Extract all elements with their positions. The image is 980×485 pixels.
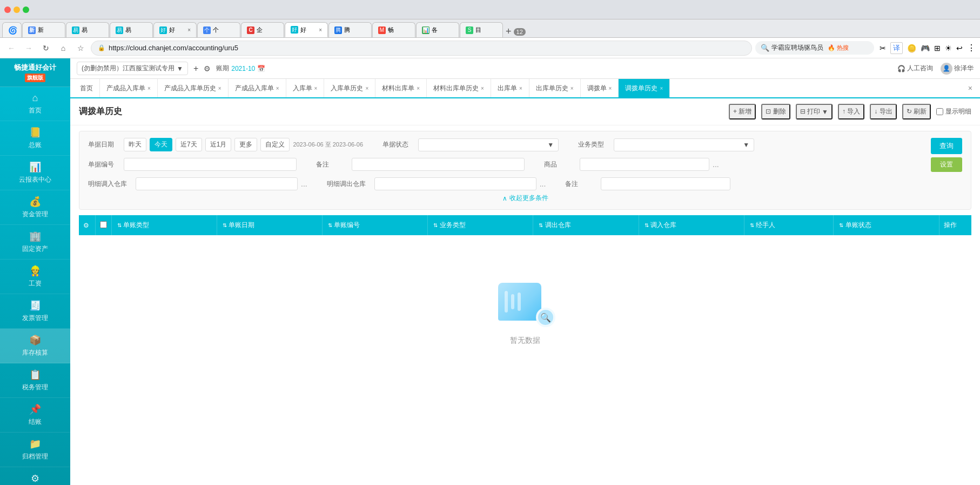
remark2-input[interactable] [601,177,730,190]
forward-btn[interactable]: → [22,41,36,55]
tab-out-close[interactable]: × [519,85,522,91]
tab-product-in-close[interactable]: × [147,85,151,91]
cut-icon[interactable]: ✂ [880,44,886,52]
browser-tab-10[interactable]: S 目 [460,22,503,37]
browser-tab-4[interactable]: 好 好 × [153,22,197,37]
service-link[interactable]: 🎧 人工咨询 [897,64,933,73]
tab-material-out-close[interactable]: × [417,85,420,91]
doc-no-input[interactable] [124,158,297,171]
company-selector[interactable]: (勿删勿禁用）江西服宝测试专用 ▼ [77,62,188,75]
tab-product-in-hist[interactable]: 产成品入库单历史 × [158,79,229,97]
tab-material-out-hist[interactable]: 材料出库单历史 × [427,79,491,97]
sidebar-item-archive[interactable]: 📁 归档管理 [0,433,70,467]
detail-out-input[interactable] [374,177,536,190]
th-doc-no[interactable]: ⇅ 单账编号 [322,215,427,235]
query-btn[interactable]: 查询 [931,138,962,154]
sidebar-item-inventory[interactable]: 📦 库存核算 [0,329,70,363]
th-gear[interactable]: ⚙ [79,215,95,235]
sidebar-item-finance[interactable]: 💰 资金管理 [0,190,70,225]
calendar-icon[interactable]: 📅 [257,65,265,72]
sidebar-item-reports[interactable]: 📊 云报表中心 [0,156,70,190]
tab-transfer[interactable]: 调拨单 × [581,79,619,97]
tab-in-close[interactable]: × [314,85,318,91]
th-business-type[interactable]: ⇅ 业务类型 [428,215,533,235]
detail-in-input[interactable] [136,177,298,190]
back-btn[interactable]: ← [4,41,18,55]
add-company-btn[interactable]: + [193,64,198,74]
settings-btn-icon[interactable]: ⚙ [204,64,211,73]
tab-material-out[interactable]: 材料出库单 × [375,79,427,97]
detail-out-dots[interactable]: ... [540,180,546,188]
select-all-checkbox[interactable] [100,221,107,228]
home-btn[interactable]: ⌂ [56,41,70,55]
th-handler[interactable]: ⇅ 经手人 [744,215,833,235]
tab-out-hist[interactable]: 出库单历史 × [529,79,581,97]
menu-icon[interactable]: ⋮ [967,43,976,53]
new-tab-btn[interactable]: + [506,26,512,37]
date-btn-yesterday[interactable]: 昨天 [124,138,146,151]
import-btn[interactable]: ↑ 导入 [838,104,864,119]
tab-product-in-2[interactable]: 产成品入库单 × [229,79,286,97]
refresh-btn[interactable]: ↻ 刷新 [902,104,931,119]
gamepad-icon[interactable]: 🎮 [921,44,930,52]
tab-product-in[interactable]: 产成品入库单 × [100,79,158,97]
sidebar-item-assets[interactable]: 🏢 固定资产 [0,225,70,260]
goods-dots[interactable]: ... [713,160,719,169]
tab-home[interactable]: 首页 [73,79,100,97]
browser-tab-5[interactable]: 个 个 [197,22,240,37]
status-select[interactable]: ▼ [418,138,559,151]
browser-tab-8[interactable]: M 畅 [372,22,415,37]
business-type-select[interactable]: ▼ [614,138,754,151]
date-btn-1month[interactable]: 近1月 [205,138,232,151]
sidebar-item-invoice[interactable]: 🧾 发票管理 [0,294,70,329]
period-value[interactable]: 2021-10 [231,65,255,72]
tab-product-in-hist-close[interactable]: × [218,85,221,91]
th-status[interactable]: ⇅ 单账状态 [834,215,939,235]
tab-bar-close[interactable]: × [964,84,977,92]
sidebar-item-tax[interactable]: 📋 税务管理 [0,363,70,398]
date-btn-7days[interactable]: 近7天 [176,138,202,151]
tab-product-in-2-close[interactable]: × [276,85,279,91]
tab-transfer-close[interactable]: × [609,85,612,91]
collapse-btn[interactable]: ∧ 收起更多条件 [88,190,962,203]
date-btn-today[interactable]: 今天 [150,138,172,151]
sidebar-item-ledger[interactable]: 📒 总账 [0,121,70,156]
tab-out-hist-close[interactable]: × [570,85,574,91]
date-btn-more[interactable]: 更多 [234,138,257,151]
sidebar-item-settings[interactable]: ⚙ 基础设置 [0,467,70,485]
bookmark-btn[interactable]: ☆ [73,41,88,55]
tab-material-out-hist-close[interactable]: × [481,85,484,91]
browser-tab-7[interactable]: 腾 腾 [328,22,372,37]
tab-in-hist[interactable]: 入库单历史 × [324,79,375,97]
delete-btn[interactable]: ⊡ 删除 [761,104,790,119]
remark-input[interactable] [352,158,525,171]
undo-icon[interactable]: ↩ [956,44,963,52]
sidebar-item-salary[interactable]: 👷 工资 [0,260,70,294]
th-in-warehouse[interactable]: ⇅ 调入仓库 [639,215,744,235]
browser-tab-3[interactable]: 易 易 [110,22,153,37]
browser-tab-2[interactable]: 易 易 [66,22,109,37]
th-doc-date[interactable]: ⇅ 单账日期 [217,215,322,235]
tab-in[interactable]: 入库单 × [286,79,325,97]
grid-icon[interactable]: ⊞ [934,44,941,52]
settings-btn[interactable]: 设置 [931,157,962,172]
display-toggle-checkbox[interactable] [936,108,943,115]
detail-in-dots[interactable]: ... [301,180,307,188]
th-doc-type[interactable]: ⇅ 单账类型 [111,215,217,235]
coin-icon[interactable]: 🪙 [907,44,916,52]
browser-tab-home[interactable]: 🌀 [2,22,22,37]
brightness-icon[interactable]: ☀ [945,44,952,52]
goods-input[interactable] [580,158,709,171]
sidebar-item-close[interactable]: 📌 结账 [0,398,70,433]
display-toggle[interactable]: 显示明细 [936,107,971,116]
translate-icon[interactable]: 译 [890,42,903,54]
th-out-warehouse[interactable]: ⇅ 调出仓库 [533,215,639,235]
new-btn[interactable]: + 新增 [729,104,756,119]
browser-tab-active[interactable]: 好 好 × [285,22,328,37]
browser-tab-1[interactable]: 新 新 [22,22,65,37]
print-btn[interactable]: ⊟ 打印 ▼ [796,104,833,119]
sidebar-item-home[interactable]: ⌂ 首页 [0,87,70,121]
address-bar[interactable]: 🔒 https://cloud.chanjet.com/accounting/u… [91,41,752,56]
user-avatar[interactable]: 👤 徐泽华 [941,63,974,75]
export-btn[interactable]: ↓ 导出 [870,104,896,119]
